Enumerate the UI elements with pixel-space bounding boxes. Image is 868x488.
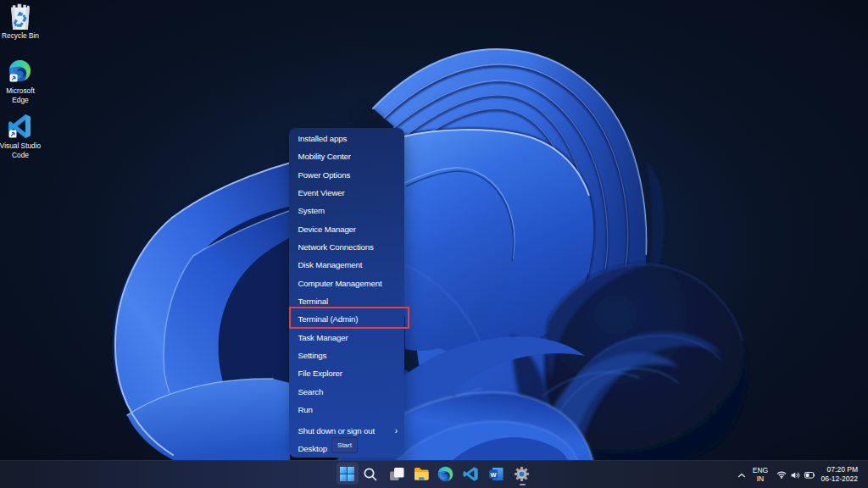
svg-text:W: W	[490, 471, 497, 479]
